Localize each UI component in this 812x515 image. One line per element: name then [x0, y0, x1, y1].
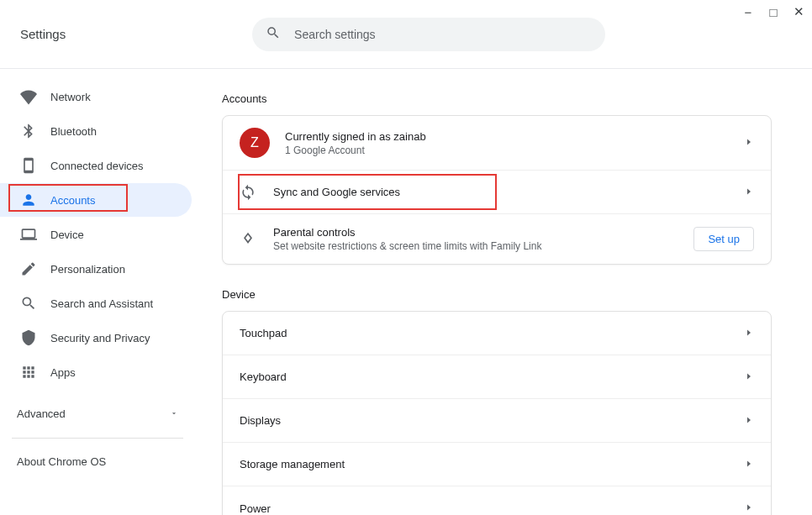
shield-icon: [20, 329, 37, 346]
chevron-right-icon: [744, 326, 754, 341]
row-parental-controls[interactable]: Parental controls Set website restrictio…: [223, 214, 771, 264]
chevron-down-icon: [170, 407, 178, 420]
row-touchpad[interactable]: Touchpad: [223, 312, 771, 355]
minimize-button[interactable]: −: [741, 5, 755, 18]
apps-icon: [20, 364, 37, 381]
row-keyboard[interactable]: Keyboard: [223, 355, 771, 399]
row-title: Parental controls: [273, 226, 683, 239]
close-button[interactable]: ✕: [792, 5, 805, 18]
sidebar-item-label: Connected devices: [50, 160, 144, 172]
row-displays[interactable]: Displays: [223, 399, 771, 443]
sidebar-item-apps[interactable]: Apps: [0, 355, 192, 389]
search-input[interactable]: [294, 28, 592, 41]
sidebar-item-accounts[interactable]: Accounts: [0, 183, 192, 217]
sidebar-item-label: Accounts: [50, 194, 95, 207]
sidebar-item-bluetooth[interactable]: Bluetooth: [0, 114, 192, 148]
sidebar-item-label: Security and Privacy: [50, 332, 150, 344]
search-icon: [20, 295, 37, 312]
phone-icon: [20, 157, 37, 174]
row-title: Storage management: [240, 458, 744, 470]
sidebar-item-network[interactable]: Network: [0, 80, 192, 113]
pencil-icon: [20, 260, 37, 277]
sidebar-item-security-privacy[interactable]: Security and Privacy: [0, 321, 192, 355]
row-sync-google-services[interactable]: Sync and Google services: [223, 171, 771, 214]
section-title-device: Device: [222, 288, 772, 301]
chevron-right-icon: [744, 370, 754, 385]
chevron-right-icon: [744, 457, 754, 472]
maximize-button[interactable]: □: [767, 5, 780, 18]
row-title: Keyboard: [240, 370, 744, 383]
sidebar: Network Bluetooth Connected devices Acco…: [0, 69, 198, 515]
sidebar-item-label: Network: [50, 91, 91, 103]
row-storage-management[interactable]: Storage management: [223, 443, 771, 486]
chevron-right-icon: [744, 185, 754, 200]
page-title: Settings: [20, 27, 66, 41]
window-controls: − □ ✕: [741, 5, 805, 18]
setup-button[interactable]: Set up: [693, 227, 754, 251]
topbar: Settings: [0, 0, 812, 69]
advanced-toggle[interactable]: Advanced: [0, 396, 198, 431]
advanced-label: Advanced: [17, 407, 66, 420]
kite-icon: [240, 231, 256, 248]
row-title: Power: [240, 502, 744, 515]
row-title: Sync and Google services: [273, 186, 744, 198]
row-title: Displays: [240, 414, 744, 427]
sidebar-item-personalization[interactable]: Personalization: [0, 252, 192, 286]
chevron-right-icon: [744, 135, 754, 150]
sidebar-item-label: Apps: [50, 366, 76, 379]
about-chrome-os[interactable]: About Chrome OS: [0, 445, 198, 478]
row-sub: 1 Google Account: [285, 145, 744, 156]
sync-icon: [240, 184, 256, 201]
bluetooth-icon: [20, 123, 37, 139]
person-icon: [20, 192, 37, 208]
sidebar-item-label: Bluetooth: [50, 125, 97, 138]
row-title: Currently signed in as zainab: [285, 130, 744, 143]
divider: [12, 438, 183, 439]
sidebar-item-label: Personalization: [50, 263, 125, 276]
avatar: Z: [240, 128, 270, 158]
sidebar-item-label: Search and Assistant: [50, 297, 153, 310]
row-current-account[interactable]: Z Currently signed in as zainab 1 Google…: [223, 116, 771, 171]
wifi-icon: [20, 88, 37, 105]
section-title-accounts: Accounts: [222, 92, 772, 105]
sidebar-item-search-assistant[interactable]: Search and Assistant: [0, 286, 192, 320]
sidebar-item-connected-devices[interactable]: Connected devices: [0, 149, 192, 182]
row-sub: Set website restrictions & screen time l…: [273, 240, 683, 252]
device-card: Touchpad Keyboard Displays Storage manag…: [222, 311, 772, 515]
sidebar-item-device[interactable]: Device: [0, 218, 192, 251]
chevron-right-icon: [744, 501, 754, 515]
accounts-card: Z Currently signed in as zainab 1 Google…: [222, 115, 772, 265]
laptop-icon: [20, 226, 37, 243]
search-box[interactable]: [252, 18, 605, 51]
row-power[interactable]: Power: [223, 486, 771, 515]
search-icon: [266, 25, 281, 44]
sidebar-item-label: Device: [50, 229, 84, 241]
row-title: Touchpad: [240, 327, 744, 339]
chevron-right-icon: [744, 413, 754, 428]
main-content: Accounts Z Currently signed in as zainab…: [198, 69, 812, 515]
